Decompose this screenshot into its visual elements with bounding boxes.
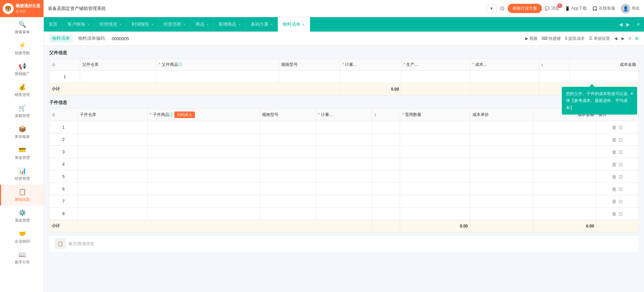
child-amount-7[interactable] [533, 195, 596, 208]
copy-icon-5[interactable]: ⊡ [619, 174, 623, 179]
child-warehouse-1[interactable] [77, 121, 148, 133]
copy-icon-7[interactable]: ⊡ [619, 199, 623, 204]
child-unit-7[interactable] [316, 195, 372, 208]
delete-icon-6[interactable]: 🗑 [612, 186, 617, 192]
tab-history[interactable]: 经营历程 × [159, 17, 190, 32]
tab-new-product[interactable]: 新增商品 × [214, 17, 246, 32]
tab-home[interactable]: 首页 [44, 17, 63, 32]
parent-cost-1[interactable] [470, 71, 539, 83]
child-unit-8[interactable] [316, 208, 372, 220]
tab-bom[interactable]: 物料清单 × [278, 17, 310, 32]
parent-sort-1[interactable] [539, 71, 569, 83]
child-price-7[interactable] [470, 195, 533, 208]
parent-product-info-icon[interactable]: ⓘ [178, 62, 182, 67]
delete-icon-5[interactable]: 🗑 [612, 174, 617, 179]
expand-btn[interactable]: ⊞ [635, 36, 639, 41]
sidebar-item-operations[interactable]: 📊 经营管理 [0, 164, 44, 185]
system-dropdown-btn[interactable]: ▼ [486, 4, 497, 13]
child-amount-2[interactable] [533, 133, 596, 146]
child-warehouse-6[interactable] [77, 183, 148, 195]
layout-btn[interactable]: ≡ [629, 36, 631, 41]
sub-tab-code[interactable]: 物料清单编码 [75, 34, 108, 43]
child-amount-1[interactable] [533, 121, 596, 133]
child-need-6[interactable] [400, 183, 470, 195]
copy-icon-4[interactable]: ⊡ [619, 162, 623, 167]
nav-prev-icon[interactable]: ◀ [618, 21, 624, 28]
tab-profit[interactable]: 利润报告 × [127, 17, 159, 32]
child-sort-8[interactable] [372, 208, 400, 220]
child-amount-3[interactable] [533, 146, 596, 158]
child-warehouse-8[interactable] [77, 208, 148, 220]
child-amount-4[interactable] [533, 158, 596, 171]
copy-icon-8[interactable]: ⊡ [619, 211, 623, 217]
tab-customers[interactable]: 客户联络 × [63, 17, 95, 32]
tab-operations[interactable]: 经营情况 × [95, 17, 126, 32]
nav-forward-btn[interactable]: ▶ [621, 36, 624, 41]
child-price-8[interactable] [470, 208, 533, 220]
sidebar-item-system[interactable]: ⚙️ 系统管理 [0, 206, 44, 226]
child-sort-5[interactable] [372, 171, 400, 183]
child-unit-2[interactable] [316, 133, 372, 146]
copy-icon-3[interactable]: ⊡ [619, 149, 623, 155]
child-unit-4[interactable] [316, 158, 372, 171]
child-warehouse-3[interactable] [77, 146, 148, 158]
tab-bom-close[interactable]: × [302, 22, 305, 26]
parent-spec-1[interactable] [279, 71, 340, 83]
sidebar-item-cooperation[interactable]: 🤝 企业协同 [0, 226, 44, 247]
sidebar-item-basic-info[interactable]: 📋 基础信息 [0, 185, 44, 206]
copy-icon-6[interactable]: ⊡ [619, 186, 623, 192]
child-unit-5[interactable] [316, 171, 372, 183]
child-sort-3[interactable] [372, 146, 400, 158]
child-spec-1[interactable] [260, 121, 316, 133]
child-spec-2[interactable] [260, 133, 316, 146]
delete-icon-8[interactable]: 🗑 [612, 211, 617, 217]
child-warehouse-2[interactable] [77, 133, 148, 146]
child-price-1[interactable] [470, 121, 533, 133]
child-product-5[interactable] [148, 171, 260, 183]
scan-input-btn[interactable]: 扫码录入 [174, 112, 195, 118]
shortcut-btn[interactable]: ⌨ 快捷键 [542, 36, 561, 42]
sidebar-item-search[interactable]: 🔍 搜索菜单 [0, 17, 44, 38]
online-service-btn[interactable]: 🎧 在线客服 [592, 5, 615, 11]
child-amount-6[interactable] [533, 183, 596, 195]
child-unit-1[interactable] [316, 121, 372, 133]
child-product-6[interactable] [148, 183, 260, 195]
tab-profit-close[interactable]: × [151, 22, 153, 26]
child-sort-2[interactable] [372, 133, 400, 146]
trial-button[interactable]: 体验行业方案 [508, 4, 542, 13]
tooltip-close-btn[interactable]: × [631, 90, 633, 97]
sidebar-item-inventory[interactable]: 📦 库存核算 [0, 122, 44, 143]
child-price-3[interactable] [470, 146, 533, 158]
child-product-3[interactable] [148, 146, 260, 158]
sidebar-item-quick-nav[interactable]: ⚡ 快捷导航 [0, 38, 44, 59]
child-spec-6[interactable] [260, 183, 316, 195]
parent-mfg-1[interactable] [401, 71, 470, 83]
child-unit-6[interactable] [316, 183, 372, 195]
sidebar-item-sales[interactable]: 💰 销售管理 [0, 80, 44, 101]
child-amount-8[interactable] [533, 208, 596, 220]
child-product-8[interactable] [148, 208, 260, 220]
child-need-5[interactable] [400, 171, 470, 183]
parent-warehouse-1[interactable] [80, 71, 157, 83]
child-need-4[interactable] [400, 158, 470, 171]
th-parent-settings[interactable]: ⚙ [50, 59, 80, 71]
child-amount-5[interactable] [533, 171, 596, 183]
user-btn[interactable]: 👤 用友 [621, 4, 640, 13]
child-sort-7[interactable] [372, 195, 400, 208]
delete-icon-1[interactable]: 🗑 [612, 125, 617, 130]
message-btn[interactable]: 💬 消息 6 [545, 5, 559, 11]
child-need-7[interactable] [400, 195, 470, 208]
child-need-1[interactable] [400, 121, 470, 133]
doc-settings-btn[interactable]: ☰ 单据设置 [589, 36, 610, 42]
gear-icon[interactable]: ⚙ [499, 5, 505, 12]
app-download-btn[interactable]: 📱 App下载 [565, 5, 587, 11]
tab-products-close[interactable]: × [207, 22, 209, 26]
tab-history-close[interactable]: × [183, 22, 185, 26]
tab-products[interactable]: 商品 × [191, 17, 214, 32]
child-product-1[interactable] [148, 121, 260, 133]
nav-close-all-btn[interactable]: × [633, 21, 644, 27]
extract-cost-btn[interactable]: $ 提取成本 [565, 36, 585, 42]
child-price-5[interactable] [470, 171, 533, 183]
child-sort-4[interactable] [372, 158, 400, 171]
delete-icon-2[interactable]: 🗑 [612, 137, 617, 142]
